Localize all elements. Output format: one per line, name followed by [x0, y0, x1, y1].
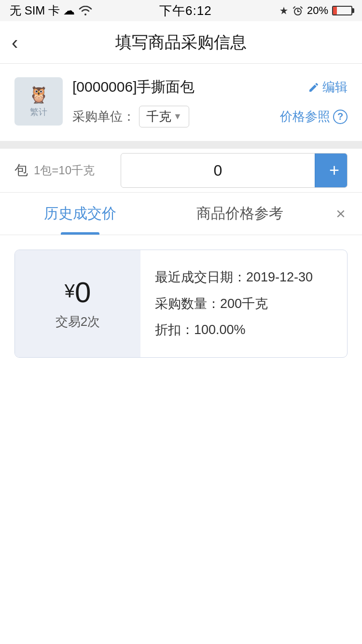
battery-percent: 20%: [307, 4, 328, 17]
purchase-qty-label: 采购数量：: [155, 296, 220, 311]
tabs-row: 历史成交价 商品价格参考 ×: [0, 193, 362, 235]
quantity-unit-sub: 1包=10千克: [34, 163, 95, 178]
location-icon: [279, 6, 289, 15]
tab-history-price-label: 历史成交价: [44, 204, 116, 224]
discount-item: 折扣：100.00%: [155, 320, 333, 340]
page-title: 填写商品采购信息: [115, 31, 247, 54]
product-id: [0000006]: [72, 79, 137, 95]
price-card-left: ¥0 交易2次: [15, 250, 140, 357]
tab-product-price-ref[interactable]: 商品价格参考: [160, 193, 320, 235]
quantity-unit-label: 包 1包=10千克: [14, 161, 121, 180]
status-right: 20%: [279, 4, 352, 17]
recent-date-value: 2019-12-30: [246, 270, 313, 284]
main-content-area: [0, 372, 362, 644]
dropdown-arrow-icon: ▼: [173, 112, 182, 122]
purchase-qty-value: 200千克: [220, 296, 268, 311]
discount-label: 折扣：: [155, 322, 194, 337]
transaction-count: 交易2次: [56, 313, 100, 330]
help-icon: ?: [333, 110, 348, 124]
currency-symbol: ¥: [65, 281, 75, 302]
price-value: 0: [75, 276, 91, 308]
price-reference-button[interactable]: 价格参照 ?: [280, 108, 348, 125]
bottom-panel: 历史成交价 商品价格参考 × ¥0 交易2次 最近成交日期：2019-12-30…: [0, 192, 362, 372]
product-title: 手撕面包: [137, 79, 195, 95]
product-thumb-text: 繁计: [30, 106, 47, 118]
quantity-section: 包 1包=10千克 +: [0, 149, 362, 192]
unit-value: 千克: [146, 108, 171, 125]
edit-button[interactable]: 编辑: [308, 79, 348, 96]
quantity-unit-badge: 包: [14, 161, 28, 180]
purchase-qty-item: 采购数量：200千克: [155, 294, 333, 314]
tab-product-price-ref-label: 商品价格参考: [196, 204, 283, 224]
product-name-row: [0000006]手撕面包 编辑: [72, 77, 348, 97]
unit-row: 采购单位： 千克 ▼ 价格参照 ?: [72, 106, 348, 127]
quantity-input-area: +: [121, 153, 348, 188]
product-section: 🦉 繁计 [0000006]手撕面包 编辑 采购单位： 千: [0, 64, 362, 141]
unit-select[interactable]: 千克 ▼: [139, 106, 189, 127]
price-card-right: 最近成交日期：2019-12-30 采购数量：200千克 折扣：100.00%: [140, 250, 347, 357]
no-sim-text: 无 SIM 卡 ☁: [10, 3, 75, 18]
unit-label: 采购单位：: [72, 108, 135, 125]
back-button[interactable]: ‹: [12, 33, 18, 52]
card-section: ¥0 交易2次 最近成交日期：2019-12-30 采购数量：200千克 折扣：…: [0, 235, 362, 372]
section-divider: [0, 141, 362, 149]
quantity-input[interactable]: [121, 155, 315, 186]
price-ref-label: 价格参照: [280, 108, 330, 125]
status-time: 下午6:12: [159, 2, 212, 19]
quantity-plus-button[interactable]: +: [315, 154, 348, 187]
product-info: [0000006]手撕面包 编辑 采购单位： 千克 ▼: [72, 77, 348, 127]
status-left: 无 SIM 卡 ☁: [10, 3, 92, 18]
wifi-icon: [79, 6, 92, 15]
recent-date-item: 最近成交日期：2019-12-30: [155, 267, 333, 287]
price-card: ¥0 交易2次 最近成交日期：2019-12-30 采购数量：200千克 折扣：…: [14, 250, 348, 358]
close-button[interactable]: ×: [320, 193, 362, 235]
edit-icon: [308, 82, 320, 93]
price-display: ¥0: [65, 277, 91, 308]
product-row: 🦉 繁计 [0000006]手撕面包 编辑 采购单位： 千: [14, 77, 348, 127]
alarm-icon: [292, 5, 303, 16]
recent-date-label: 最近成交日期：: [155, 270, 246, 284]
product-thumb-owl: 🦉: [28, 85, 49, 104]
nav-bar: ‹ 填写商品采购信息: [0, 21, 362, 64]
edit-label: 编辑: [322, 79, 348, 96]
battery-icon: [332, 6, 352, 15]
product-name: [0000006]手撕面包: [72, 77, 195, 97]
discount-value: 100.00%: [194, 322, 246, 337]
tab-active-indicator: [61, 232, 99, 235]
status-bar: 无 SIM 卡 ☁ 下午6:12 20%: [0, 0, 362, 21]
product-thumbnail: 🦉 繁计: [14, 77, 63, 126]
tab-history-price[interactable]: 历史成交价: [0, 193, 160, 235]
